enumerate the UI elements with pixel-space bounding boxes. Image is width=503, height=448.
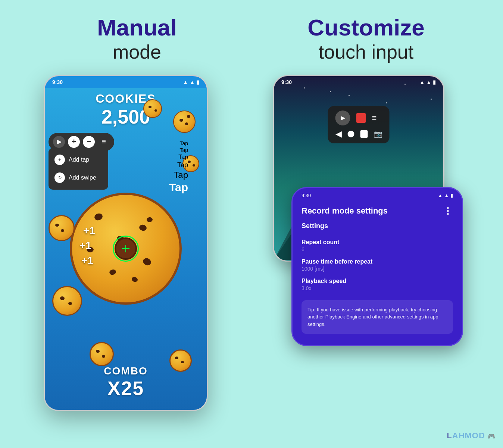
tap-2: Tap: [179, 147, 188, 153]
small-cookie-4: [169, 349, 192, 372]
cookies-count: 2,500: [101, 106, 150, 128]
signal-icon: ▲: [190, 79, 195, 85]
star-2: [349, 95, 350, 96]
customize-title-bold: Customize: [251, 15, 481, 40]
small-cookie-1: [49, 215, 75, 241]
header-right: Customize touch input: [251, 15, 481, 64]
header-left: Manual mode: [22, 15, 251, 64]
manual-title-normal: mode: [22, 40, 251, 63]
small-cookie-3: [90, 342, 114, 366]
wifi-icon: ▲: [183, 79, 188, 85]
customize-title-normal: touch input: [251, 40, 481, 63]
settings-more-icon[interactable]: ⋮: [443, 206, 453, 216]
tap-5: Tap: [174, 170, 188, 180]
settings-status-icons: ▲ ▲ ▮: [438, 193, 453, 198]
pause-time-value: 1000 [ms]: [302, 266, 453, 272]
add-swipe-item[interactable]: ↻ Add swipe: [49, 169, 108, 187]
cookie-circle: +1 +1 +1: [70, 193, 182, 305]
control-row-1: ▶ ≡: [335, 111, 382, 125]
ctrl-back-btn[interactable]: ◀: [335, 129, 342, 139]
settings-status-bar: 9:30 ▲ ▲ ▮: [293, 188, 462, 203]
right-top-icons: ▲ ▲ ▮: [419, 79, 436, 85]
plus-one-3: +1: [81, 255, 93, 267]
star-6: [431, 99, 432, 100]
right-top-status: 9:30 ▲ ▲ ▮: [274, 76, 443, 88]
plus-one-1: +1: [83, 225, 95, 237]
menu-button[interactable]: ≡: [98, 136, 110, 148]
big-cookie[interactable]: +1 +1 +1: [70, 193, 182, 305]
playback-speed-value: 3.0x: [302, 285, 453, 291]
control-overlay[interactable]: ▶ ≡ ◀ 📷: [328, 106, 390, 143]
wifi-icon-2: ▲: [419, 79, 425, 85]
combo-label: COMBO: [104, 365, 147, 377]
watermark-text: L: [447, 431, 452, 440]
left-time: 9:30: [52, 79, 63, 85]
header-section: Manual mode Customize touch input: [0, 0, 503, 75]
settings-time: 9:30: [302, 193, 311, 198]
ctrl-stop-btn[interactable]: [356, 113, 366, 123]
playback-speed-label: Playback speed: [302, 278, 453, 284]
watermark-icon: 🎮: [488, 433, 496, 439]
cookie-target: [113, 236, 139, 262]
small-cookie-2: [52, 286, 82, 316]
wifi-icon-3: ▲: [438, 193, 443, 198]
star-1: [304, 87, 305, 88]
repeat-count-item: Repeat count 6: [293, 236, 462, 255]
signal-icon-3: ▲: [444, 193, 449, 198]
battery-icon-3: ▮: [450, 193, 453, 198]
tap-3: Tap: [178, 154, 188, 161]
settings-section-title: Settings: [293, 222, 462, 236]
pause-time-item: Pause time before repeat 1000 [ms]: [293, 255, 462, 275]
right-phone-bottom: 9:30 ▲ ▲ ▮ Record mode settings ⋮ Settin…: [291, 187, 463, 346]
play-button[interactable]: ▶: [53, 136, 65, 148]
add-tap-item[interactable]: + Add tap: [49, 151, 108, 169]
left-status-icons: ▲ ▲ ▮: [183, 79, 199, 85]
manual-title-bold: Manual: [22, 15, 251, 40]
ctrl-record-btn[interactable]: [348, 131, 354, 137]
settings-tip: Tip: If you have issue with performing p…: [302, 300, 453, 334]
float-cookie-1: [173, 111, 196, 133]
battery-icon-2: ▮: [433, 79, 436, 85]
minus-button[interactable]: −: [83, 136, 95, 148]
pause-time-label: Pause time before repeat: [302, 258, 453, 265]
ctrl-square-btn[interactable]: [360, 130, 368, 138]
watermark: LAHMOD 🎮: [447, 431, 496, 441]
playback-speed-item: Playback speed 3.0x: [293, 275, 462, 294]
tap-1: Tap: [179, 140, 188, 146]
signal-icon-2: ▲: [426, 79, 431, 85]
repeat-count-label: Repeat count: [302, 239, 453, 246]
battery-icon: ▮: [196, 79, 199, 85]
toolbar-dropdown: + Add tap ↻ Add swipe: [49, 148, 108, 190]
ctrl-play-btn[interactable]: ▶: [335, 111, 350, 125]
tap-6: Tap: [169, 181, 188, 194]
settings-title: Record mode settings: [302, 206, 388, 216]
phones-section: 9:30 ▲ ▲ ▮ COOKIES 2,500: [0, 75, 503, 411]
add-swipe-icon: ↻: [54, 172, 65, 183]
add-swipe-label: Add swipe: [69, 174, 96, 181]
add-tap-icon: +: [54, 155, 65, 165]
repeat-count-value: 6: [302, 246, 453, 252]
ctrl-camera-btn[interactable]: 📷: [374, 130, 382, 138]
right-side: 9:30 ▲ ▲ ▮: [273, 75, 459, 411]
cookie-game[interactable]: COOKIES 2,500 Tap Tap Tap Tap: [45, 88, 207, 411]
add-button[interactable]: +: [68, 136, 80, 148]
tap-4: Tap: [177, 161, 188, 169]
control-row-2: ◀ 📷: [335, 129, 382, 139]
left-status-bar: 9:30 ▲ ▲ ▮: [45, 76, 207, 88]
float-cookie-2: [143, 99, 162, 118]
settings-title-row: Record mode settings ⋮: [293, 203, 462, 222]
left-phone: 9:30 ▲ ▲ ▮ COOKIES 2,500: [44, 75, 208, 411]
star-5: [330, 91, 331, 92]
combo-value: X25: [104, 377, 147, 399]
star-3: [404, 84, 406, 85]
watermark-text-2: AHMOD: [452, 431, 485, 440]
plus-one-2: +1: [79, 240, 91, 252]
ctrl-menu-btn[interactable]: ≡: [372, 114, 377, 122]
star-4: [386, 102, 387, 103]
right-top-time: 9:30: [281, 79, 292, 85]
tap-texts: Tap Tap Tap Tap Tap Tap: [169, 140, 188, 194]
add-tap-label: Add tap: [69, 156, 89, 163]
combo-area: COMBO X25: [104, 365, 147, 399]
